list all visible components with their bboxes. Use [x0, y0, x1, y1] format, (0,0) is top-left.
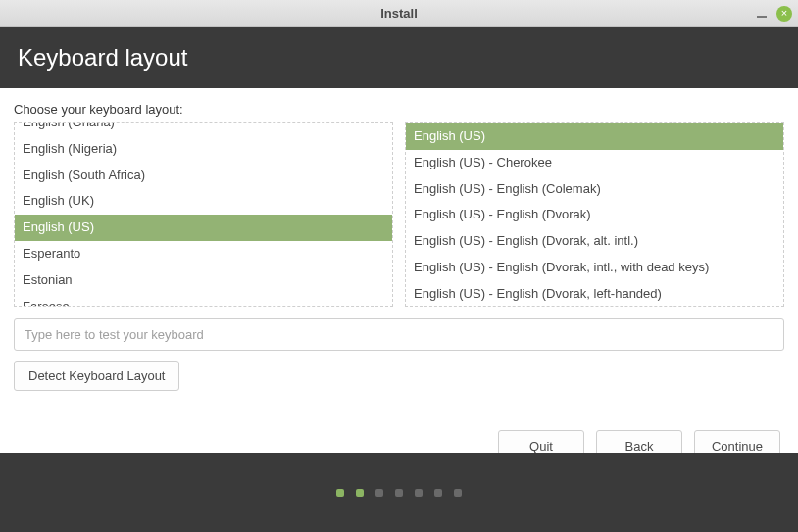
progress-dot	[336, 489, 344, 497]
list-item[interactable]: English (US) - English (Dvorak, alt. int…	[406, 228, 783, 255]
detect-layout-button[interactable]: Detect Keyboard Layout	[14, 361, 179, 391]
progress-dots	[0, 453, 798, 532]
progress-dot	[415, 489, 423, 497]
list-item[interactable]: English (Nigeria)	[15, 136, 392, 163]
progress-dot	[454, 489, 462, 497]
progress-dot	[395, 489, 403, 497]
main-content: Choose your keyboard layout: English (Gh…	[0, 88, 798, 453]
list-item[interactable]: English (US) - Cherokee	[406, 150, 783, 176]
titlebar: Install ×	[0, 0, 798, 27]
list-item[interactable]: English (US)	[406, 123, 783, 150]
layout-listbox[interactable]: English (Ghana)English (Nigeria)English …	[14, 122, 393, 307]
layout-lists: English (Ghana)English (Nigeria)English …	[14, 122, 784, 307]
close-icon[interactable]: ×	[776, 6, 792, 22]
list-item[interactable]: English (US) - English (Dvorak)	[406, 202, 783, 228]
window-controls: ×	[757, 6, 792, 22]
list-item[interactable]: Faroese	[15, 294, 392, 307]
list-item[interactable]: English (US)	[15, 215, 392, 241]
list-item[interactable]: English (Ghana)	[15, 122, 392, 136]
list-item[interactable]: English (US) - English (Dvorak, intl., w…	[406, 255, 783, 281]
window-title: Install	[380, 6, 418, 21]
prompt-label: Choose your keyboard layout:	[14, 102, 784, 117]
list-item[interactable]: English (South Africa)	[15, 163, 392, 189]
list-item[interactable]: English (US) - English (Colemak)	[406, 176, 783, 203]
page-title: Keyboard layout	[18, 44, 187, 72]
progress-dot	[434, 489, 442, 497]
list-item[interactable]: Esperanto	[15, 241, 392, 267]
minimize-icon[interactable]	[757, 16, 767, 18]
list-item[interactable]: Estonian	[15, 267, 392, 294]
progress-dot	[375, 489, 383, 497]
keyboard-test-input[interactable]	[14, 318, 784, 351]
list-item[interactable]: English (US) - English (Dvorak, left-han…	[406, 281, 783, 307]
progress-dot	[356, 489, 364, 497]
variant-listbox[interactable]: English (US)English (US) - CherokeeEngli…	[405, 122, 784, 307]
page-header: Keyboard layout	[0, 27, 798, 88]
list-item[interactable]: English (UK)	[15, 188, 392, 215]
